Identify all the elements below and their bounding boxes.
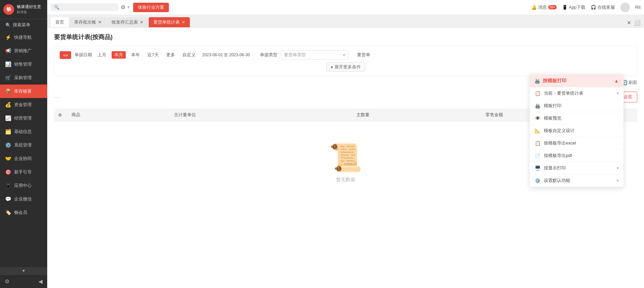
quick-nav-icon: ⚡	[5, 34, 11, 41]
expand-icon: ▾	[331, 65, 333, 70]
current-template-group[interactable]: 📋 当前：要货单统计表 ▾	[530, 87, 623, 100]
template-design-item[interactable]: 📐 模板自定义设计	[530, 125, 623, 137]
sidebar-item-basic[interactable]: 🗂️ 基础信息	[0, 125, 47, 138]
th-settings[interactable]: ⚙	[54, 108, 67, 122]
sidebar-item-guide[interactable]: 🎯 新手引导	[0, 165, 47, 179]
filter-toggle-icon: «»	[63, 53, 68, 58]
close-window-button[interactable]: ✕	[627, 20, 631, 26]
sidebar-scroll-down-btn[interactable]: ▼	[0, 267, 47, 275]
topbar-search-input[interactable]	[61, 5, 115, 10]
sidebar-item-purchase[interactable]: 🛒 采购管理	[0, 71, 47, 85]
app-download-btn[interactable]: 📱 App下载	[562, 4, 585, 10]
tab-inventory-batch[interactable]: 库存批次账 ✕	[69, 17, 106, 27]
th-unit: 主计量单位	[170, 108, 352, 122]
template-excel-icon: 📋	[534, 140, 540, 146]
default-func-arrow: ▾	[617, 178, 619, 183]
tab-order-stats-close[interactable]: ✕	[182, 20, 185, 25]
sidebar-item-quick-nav[interactable]: ⚡ 快捷导航	[0, 31, 47, 44]
topbar: 🔍 ⚙ ▾ 体验行业方案 🔔 消息 99+ 📱 App下载 🎧 在线客服 Rit	[47, 0, 644, 15]
notifications-btn[interactable]: 🔔 消息 99+	[531, 4, 557, 10]
expand-filter-button[interactable]: ▾ 展开更多条件	[326, 62, 365, 72]
topbar-dropdown-icon[interactable]: ▾	[127, 5, 130, 10]
sidebar-item-label: 营销推广	[14, 48, 32, 54]
avatar[interactable]	[620, 3, 630, 12]
tab-order-stats[interactable]: 要货单统计表 ✕	[149, 17, 190, 27]
topbar-settings-icon[interactable]: ⚙	[121, 4, 125, 10]
date-more-btn[interactable]: 更多	[164, 51, 177, 59]
type-select-value: 要货单类型	[284, 52, 306, 58]
guide-icon: 🎯	[5, 169, 11, 175]
tab-receipt-summary-close[interactable]: ✕	[140, 20, 143, 25]
app-download-label: App下载	[569, 4, 585, 10]
date-range-display: 2023-06-01 至 2023-06-30	[202, 52, 250, 58]
template-preview-item[interactable]: 👁️ 模板预览	[530, 112, 623, 125]
template-design-icon: 📐	[534, 128, 540, 133]
maximize-window-button[interactable]: ⬜	[634, 20, 641, 26]
template-print-item[interactable]: 🖨️ 模板打印	[530, 100, 623, 112]
date-this-year-btn[interactable]: 本年	[129, 51, 142, 59]
template-preview-label: 模板预览	[544, 115, 561, 121]
sidebar-item-label: 企业协同	[14, 156, 32, 162]
display-print-group[interactable]: 🖥️ 按显示打印 ▾	[530, 162, 623, 174]
template-pdf-item[interactable]: 📄 按模板导出pdf	[530, 150, 623, 162]
template-excel-item[interactable]: 📋 按模板导出excel	[530, 137, 623, 150]
search-menu-item[interactable]: 🔍 搜索菜单	[0, 19, 47, 31]
more-options-icon[interactable]: ⋯	[54, 93, 60, 101]
sidebar-item-label: 应用中心	[14, 183, 32, 189]
date-this-month-btn[interactable]: 本月	[112, 51, 126, 59]
template-design-label: 模板自定义设计	[544, 128, 575, 134]
filter-toggle-button[interactable]: «»	[60, 51, 71, 59]
sidebar-item-system[interactable]: ⚙️ 系统管理	[0, 138, 47, 152]
print-dropdown-collapse-icon: ▲	[614, 78, 619, 84]
date-custom-btn[interactable]: 自定义	[180, 51, 198, 59]
headset-icon: 🎧	[591, 5, 596, 10]
online-service-label: 在线客服	[597, 4, 615, 10]
sidebar-item-operation[interactable]: 📈 经营管理	[0, 111, 47, 125]
table-actions: ⋯	[54, 93, 60, 101]
print-dropdown-header[interactable]: 🖨️ 按模板打印 ▲	[530, 74, 623, 87]
date-7days-btn[interactable]: 近7天	[145, 51, 160, 59]
current-template-arrow: ▾	[617, 91, 619, 96]
tab-receipt-summary[interactable]: 收发存汇总表 ✕	[107, 17, 148, 27]
industry-solution-button[interactable]: 体验行业方案	[133, 3, 169, 12]
type-select[interactable]: 要货单类型 ▾	[281, 50, 348, 60]
th-quantity: 主数量	[352, 108, 481, 122]
default-func-group[interactable]: ⚙️ 设置默认功能 ▾	[530, 174, 623, 187]
wecom-icon: 💬	[5, 196, 11, 202]
tab-home[interactable]: 首页	[51, 17, 69, 27]
topbar-search[interactable]: 🔍	[51, 3, 118, 11]
date-last-month-btn[interactable]: 上月	[95, 51, 108, 59]
sidebar-item-enterprise[interactable]: 🤝 企业协同	[0, 152, 47, 165]
current-template-icon: 📋	[534, 91, 540, 96]
date-filter-label: 单据日期	[75, 52, 92, 58]
page-title: 要货单统计表(按商品)	[54, 33, 637, 41]
sidebar: 畅 畅康通好生意 标准版 🔍 搜索菜单 ⚡ 快捷导航 📢 营销推广 📊 销售管理…	[0, 0, 47, 288]
display-print-label: 按显示打印	[544, 165, 566, 171]
tab-inventory-batch-close[interactable]: ✕	[98, 20, 101, 25]
sidebar-item-inventory[interactable]: 📦 库存核算	[0, 85, 47, 98]
sidebar-item-label: 快捷导航	[14, 34, 32, 40]
tab-receipt-summary-label: 收发存汇总表	[112, 19, 138, 25]
sidebar-item-marketing[interactable]: 📢 营销推广	[0, 44, 47, 58]
refresh-button[interactable]: 🔄 刷新	[621, 79, 637, 86]
settings-icon[interactable]: ⚙	[5, 278, 9, 285]
marketing-icon: 📢	[5, 47, 11, 54]
sidebar-item-finance[interactable]: 💰 资金管理	[0, 98, 47, 111]
sidebar-item-label: 库存核算	[14, 88, 32, 94]
topbar-search-icon: 🔍	[54, 5, 59, 10]
basic-icon: 🗂️	[5, 128, 11, 135]
online-service-btn[interactable]: 🎧 在线客服	[591, 4, 615, 10]
sidebar-item-wecom[interactable]: 💬 企业微信	[0, 192, 47, 206]
template-print-icon: 🖨️	[534, 103, 540, 108]
type-select-arrow: ▾	[343, 53, 345, 58]
sidebar-item-member[interactable]: 🏷️ 畅会员	[0, 206, 47, 219]
template-pdf-label: 按模板导出pdf	[544, 153, 572, 159]
sidebar-item-appstore[interactable]: 📱 应用中心	[0, 179, 47, 192]
sidebar-item-label: 新手引导	[14, 169, 32, 175]
sidebar-item-label: 销售管理	[14, 61, 32, 67]
print-dropdown-header-left: 🖨️ 按模板打印	[534, 78, 566, 84]
display-print-arrow: ▾	[617, 166, 619, 170]
inventory-icon: 📦	[5, 88, 11, 95]
sidebar-item-sales[interactable]: 📊 销售管理	[0, 58, 47, 71]
collapse-icon[interactable]: ◀	[38, 278, 42, 285]
